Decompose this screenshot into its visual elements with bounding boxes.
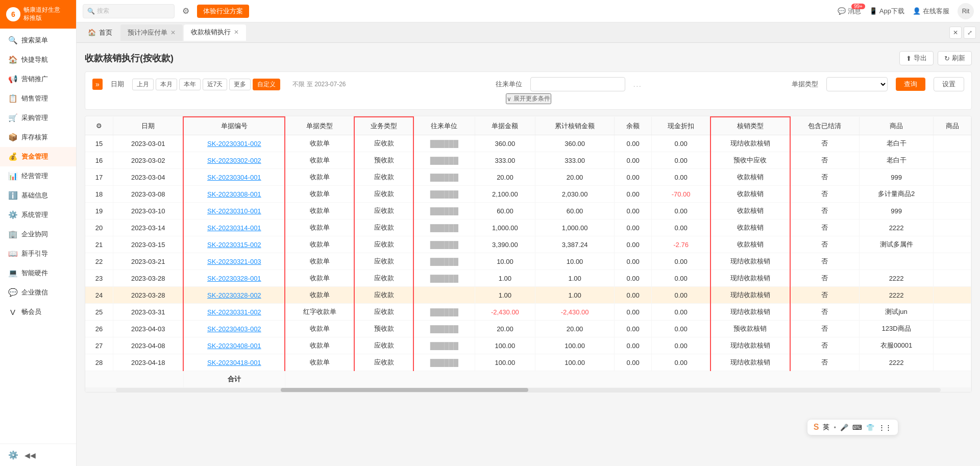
cell-date: 2023-03-28 xyxy=(113,287,184,304)
horizontal-scrollbar[interactable] xyxy=(85,388,971,392)
sales-icon: 📋 xyxy=(8,94,17,103)
topbar-search-box[interactable]: 🔍 搜索 xyxy=(83,4,175,18)
ime-voice-btn[interactable]: 🎤 xyxy=(840,424,848,431)
th-biz-type: 业务类型 xyxy=(354,117,413,135)
bill-no-link[interactable]: SK-20230328-002 xyxy=(207,291,261,299)
partner-input[interactable] xyxy=(530,77,625,91)
export-btn[interactable]: ⬆ 导出 xyxy=(899,51,934,65)
refresh-btn[interactable]: ↻ 刷新 xyxy=(938,51,972,65)
sidebar-item-system[interactable]: ⚙️ 系统管理 xyxy=(0,205,76,225)
sidebar-item-hardware[interactable]: 💻 智能硬件 xyxy=(0,263,76,283)
sidebar-item-basic[interactable]: ℹ️ 基础信息 xyxy=(0,186,76,205)
page-header: 收款核销执行(按收款) ⬆ 导出 ↻ 刷新 xyxy=(85,51,972,65)
date-btn-custom[interactable]: 自定义 xyxy=(253,79,280,90)
user-avatar[interactable]: Rit xyxy=(958,3,974,19)
collapse-icon[interactable]: ◀◀ xyxy=(24,451,36,459)
sidebar-item-purchase[interactable]: 🛒 采购管理 xyxy=(0,108,76,128)
cell-biz-type: 应收款 xyxy=(354,253,413,270)
ime-theme-btn[interactable]: 👕 xyxy=(866,424,874,431)
bill-no-link[interactable]: SK-20230302-002 xyxy=(207,157,261,164)
cell-bill-no: SK-20230315-002 xyxy=(183,236,285,253)
sidebar-item-enterprise[interactable]: 🏢 企业协同 xyxy=(0,225,76,244)
bill-no-link[interactable]: SK-20230331-002 xyxy=(207,308,261,316)
cell-partner: ██████ xyxy=(413,135,475,152)
sidebar-item-search[interactable]: 🔍 搜索菜单 xyxy=(0,31,76,50)
cell-cancel-amount: 100.00 xyxy=(535,354,615,371)
ime-more-btn[interactable]: ⋮⋮ xyxy=(878,424,892,431)
cell-cancel-type: 收款核销 xyxy=(710,219,790,236)
th-partner: 往来单位 xyxy=(413,117,475,135)
cell-cancel-amount: 1.00 xyxy=(535,270,615,287)
cell-amount: 60.00 xyxy=(475,203,535,219)
sidebar-item-member[interactable]: V 畅会员 xyxy=(0,302,76,322)
cell-cancel-amount: 60.00 xyxy=(535,203,615,219)
query-btn[interactable]: 查询 xyxy=(896,78,925,91)
close-window-btn[interactable]: ✕ xyxy=(949,27,962,39)
sidebar-item-guide[interactable]: 📖 新手引导 xyxy=(0,244,76,263)
filter-toggle-btn[interactable]: » xyxy=(92,79,103,90)
bill-type-select[interactable] xyxy=(826,77,888,91)
main-area: 🔍 搜索 ⚙ 体验行业方案 💬 消息 99+ 📱 App下载 👤 在线客服 Ri… xyxy=(77,0,980,466)
message-badge[interactable]: 💬 消息 99+ xyxy=(838,7,861,16)
cell-amount: 333.00 xyxy=(475,152,535,169)
maximize-btn[interactable]: ⤢ xyxy=(964,27,976,39)
app-download-link[interactable]: 📱 App下载 xyxy=(869,7,904,16)
bill-no-link[interactable]: SK-20230328-001 xyxy=(207,275,261,282)
bill-no-link[interactable]: SK-20230304-001 xyxy=(207,174,261,181)
cell-amount: 2,100.00 xyxy=(475,186,535,203)
tab-home[interactable]: 🏠 首页 xyxy=(81,24,119,41)
cell-include-settled: 否 xyxy=(790,304,859,321)
bill-no-link[interactable]: SK-20230314-001 xyxy=(207,224,261,232)
guide-icon: 📖 xyxy=(8,249,17,258)
date-btn-last-month[interactable]: 上月 xyxy=(132,79,154,90)
sidebar-item-quick-nav[interactable]: 🏠 快捷导航 xyxy=(0,50,76,69)
sidebar-item-finance[interactable]: 💰 资金管理 xyxy=(0,147,76,166)
settings-btn[interactable]: 设置 xyxy=(934,77,964,91)
settings-icon[interactable]: ⚙️ xyxy=(8,450,18,460)
tab-receipt-cancel-close[interactable]: ✕ xyxy=(234,29,239,36)
cell-balance: 0.00 xyxy=(614,337,651,354)
bill-no-link[interactable]: SK-20230408-001 xyxy=(207,342,261,350)
bill-no-link[interactable]: SK-20230308-001 xyxy=(207,190,261,198)
ime-lang-btn[interactable]: 英 xyxy=(823,423,829,432)
online-service-link[interactable]: 👤 在线客服 xyxy=(913,7,949,16)
date-btn-this-year[interactable]: 本年 xyxy=(179,79,201,90)
ime-toolbar: S 英 • 🎤 ⌨ 👕 ⋮⋮ xyxy=(807,419,898,435)
cell-discount: 0.00 xyxy=(652,321,710,337)
cell-amount: 100.00 xyxy=(475,337,535,354)
bill-no-link[interactable]: SK-20230403-002 xyxy=(207,325,261,333)
cell-biz-type: 应收款 xyxy=(354,135,413,152)
tab-prepay-close[interactable]: ✕ xyxy=(170,29,176,36)
sidebar-item-inventory[interactable]: 📦 库存核算 xyxy=(0,128,76,147)
th-settings[interactable]: ⚙ xyxy=(85,117,113,135)
sidebar-item-wechat[interactable]: 💬 企业微信 xyxy=(0,283,76,302)
sidebar-item-sales[interactable]: 📋 销售管理 xyxy=(0,89,76,108)
cell-goods2 xyxy=(934,236,971,253)
bill-no-link[interactable]: SK-20230315-002 xyxy=(207,241,261,249)
th-date: 日期 xyxy=(113,117,184,135)
date-btn-this-month[interactable]: 本月 xyxy=(156,79,177,90)
topbar-gear-btn[interactable]: ⚙ xyxy=(179,4,193,18)
sidebar-item-marketing[interactable]: 📢 营销推广 xyxy=(0,69,76,89)
cell-goods2 xyxy=(934,253,971,270)
bill-no-link[interactable]: SK-20230418-001 xyxy=(207,359,261,366)
bill-no-link[interactable]: SK-20230310-001 xyxy=(207,207,261,215)
expand-more-btn[interactable]: ∨ 展开更多条件 xyxy=(506,93,551,104)
bill-no-link[interactable]: SK-20230301-002 xyxy=(207,140,261,148)
cell-cancel-amount: 1,000.00 xyxy=(535,219,615,236)
date-btn-more[interactable]: 更多 xyxy=(229,79,251,90)
sidebar-item-operation[interactable]: 📊 经营管理 xyxy=(0,166,76,186)
cell-goods2 xyxy=(934,337,971,354)
date-btn-7days[interactable]: 近7天 xyxy=(203,79,228,90)
ime-keyboard-btn[interactable]: ⌨ xyxy=(852,424,862,431)
cell-no: 25 xyxy=(85,304,113,321)
bill-no-link[interactable]: SK-20230321-003 xyxy=(207,258,261,265)
cell-include-settled: 否 xyxy=(790,253,859,270)
cell-biz-type: 预收款 xyxy=(354,321,413,337)
cell-partner: ██████ xyxy=(413,354,475,371)
tab-prepay[interactable]: 预计冲应付单 ✕ xyxy=(120,24,183,41)
solution-btn[interactable]: 体验行业方案 xyxy=(197,5,249,18)
cell-cancel-type: 预收款核销 xyxy=(710,321,790,337)
tab-receipt-cancel[interactable]: 收款核销执行 ✕ xyxy=(184,24,246,41)
cell-biz-type: 应收款 xyxy=(354,219,413,236)
